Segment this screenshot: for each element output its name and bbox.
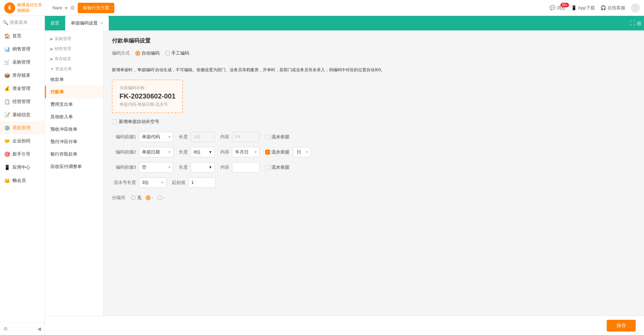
- sub-menu-item-pre-payment[interactable]: 预付冲应付单: [45, 136, 103, 148]
- tab-home[interactable]: 首页: [45, 16, 65, 30]
- settings-button[interactable]: ⚙: [70, 4, 75, 11]
- form-row-prefix2: 编码前缀2 单据日期 ▾ 长度 8位 ▾ 内容 年月日 ▾: [112, 147, 636, 157]
- app-icon: 📱: [571, 5, 577, 10]
- tab-expand-button[interactable]: ⛶: [630, 20, 635, 26]
- sub-menu-group-finance[interactable]: ▼ 资金往来: [45, 63, 103, 73]
- serial1-checkbox-row: 流水依据: [265, 134, 289, 140]
- sidebar-item-apps[interactable]: 📱 应用中心: [0, 161, 45, 174]
- separator-dot2[interactable]: ·: [157, 195, 165, 200]
- radio-auto[interactable]: 自动编码: [135, 50, 160, 56]
- sub-menu-item-payment[interactable]: 付款单: [45, 86, 103, 98]
- serial-length-select[interactable]: 3位 ▾: [139, 177, 166, 188]
- content2-chevron-icon: ▾: [255, 150, 257, 154]
- sidebar-item-sales[interactable]: 📊 销售管理: [0, 43, 45, 56]
- prefix1-label: 编码前缀1: [112, 134, 136, 140]
- length2-label: 长度: [179, 149, 188, 155]
- separator-none[interactable]: 无: [131, 195, 142, 201]
- tab-encoding-settings[interactable]: 单据编码设置 ×: [65, 16, 109, 30]
- serial-length-label: 流水号长度: [112, 179, 136, 186]
- prefix3-select[interactable]: 空 ▾: [139, 162, 173, 173]
- sub-menu-item-ar-adjust[interactable]: 应收应付调整单: [45, 160, 103, 173]
- company-name: Nare: [52, 5, 62, 10]
- guide-icon: 🎯: [4, 151, 10, 157]
- user-avatar[interactable]: [631, 3, 640, 12]
- save-button[interactable]: 保存: [607, 320, 636, 332]
- prefix1-select[interactable]: 单据代码 ▾: [139, 132, 173, 142]
- tab-pin-button[interactable]: ⊞: [637, 20, 641, 27]
- main-content: 付款单编码设置 编码方式 自动编码 手工编码: [104, 30, 644, 316]
- form-row-prefix1: 编码前缀1 单据代码 ▾ 长度 2位 内容 FK 流水依据: [112, 132, 636, 142]
- separator-options: 无 · ·: [131, 195, 165, 201]
- sidebar-nav: 🏠 首页 📊 销售管理 🛒 采购管理 📦 库存核算 💰 资金管理 📋 经: [0, 29, 45, 322]
- sub-menu-item-bank-deposit[interactable]: 银行存取款单: [45, 148, 103, 160]
- sales-icon: 📊: [4, 46, 10, 52]
- sub-menu-item-pre-receipt[interactable]: 预收冲应收单: [45, 123, 103, 136]
- partner-icon: 🤝: [4, 138, 10, 144]
- sub-menu-group-sales[interactable]: ▶ 销售管理: [45, 43, 103, 53]
- serial2-period-select[interactable]: 日 ▾: [294, 147, 311, 157]
- message-icon: 💬: [550, 5, 555, 10]
- member-icon: 👑: [4, 178, 10, 183]
- sidebar-item-member[interactable]: 👑 畅会员: [0, 174, 45, 187]
- tab-close-button[interactable]: ×: [100, 21, 103, 26]
- length3-chevron-icon: ▾: [209, 165, 212, 170]
- sidebar-search[interactable]: 🔍 搜索菜单: [0, 16, 45, 29]
- prefix2-select[interactable]: 单据日期 ▾: [139, 147, 173, 157]
- online-service-button[interactable]: 🎧 在线客服: [600, 5, 625, 11]
- logo-area: 6 畅通道好生意 旗舰版: [4, 2, 49, 13]
- prefix1-chevron-icon: ▾: [169, 135, 170, 139]
- form-row-prefix3: 编码前缀3 空 ▾ 长度 ▾ 内容: [112, 162, 636, 173]
- sidebar-settings-button[interactable]: ⚙: [3, 326, 8, 332]
- length2-chevron-icon: ▾: [209, 149, 212, 155]
- separator-dot-dot: [146, 195, 151, 200]
- stock-icon: 📦: [4, 73, 10, 78]
- content1-input: FK: [232, 132, 260, 142]
- logo-icon: 6: [4, 2, 15, 13]
- message-button[interactable]: 💬 消息 99+: [550, 5, 566, 11]
- radio-auto-dot: [135, 51, 140, 56]
- radio-manual[interactable]: 手工编码: [165, 50, 189, 56]
- company-dropdown-button[interactable]: ▾: [65, 5, 67, 11]
- app-download-button[interactable]: 📱 App下载: [571, 5, 595, 11]
- trial-button[interactable]: 体验行业方案: [78, 3, 114, 13]
- chevron-right-icon: ▶: [50, 37, 53, 41]
- sub-menu-item-expense[interactable]: 费用支出单: [45, 98, 103, 111]
- tab-bar: 首页 单据编码设置 × ⛶ ⊞: [45, 16, 644, 30]
- serial3-checkbox[interactable]: [265, 165, 270, 170]
- serial2-checkbox[interactable]: ✓: [265, 150, 270, 155]
- preview-label: 当前编码示例：: [119, 85, 175, 91]
- system-icon: ⚙️: [4, 125, 10, 131]
- encoding-label: 编码方式: [112, 50, 130, 56]
- serial1-checkbox[interactable]: [265, 134, 270, 139]
- sub-sidebar: ▶ 采购管理 ▶ 销售管理 ▶ 库存核算 ▼ 资金往来 收款单: [45, 30, 104, 316]
- sidebar-item-purchase[interactable]: 🛒 采购管理: [0, 56, 45, 69]
- sidebar-item-guide[interactable]: 🎯 新手引导: [0, 148, 45, 161]
- prefix2-chevron-icon: ▾: [169, 150, 170, 154]
- sidebar-item-home[interactable]: 🏠 首页: [0, 29, 45, 43]
- content3-label: 内容: [220, 164, 229, 170]
- content1-label: 内容: [220, 134, 229, 140]
- sidebar-bottom: ⚙ ◀: [0, 322, 45, 335]
- content3-input[interactable]: [232, 162, 260, 173]
- sub-menu-group-stock[interactable]: ▶ 库存核算: [45, 53, 103, 63]
- serial-length-row: 流水号长度 3位 ▾ 起始值 1: [112, 177, 636, 188]
- sub-menu-group-purchase[interactable]: ▶ 采购管理: [45, 33, 103, 43]
- sidebar-item-operation[interactable]: 📋 经营管理: [0, 95, 45, 108]
- sidebar-item-basic[interactable]: 📝 基础信息: [0, 108, 45, 121]
- sidebar-item-system[interactable]: ⚙️ 系统管理: [0, 121, 45, 134]
- length2-box[interactable]: 8位 ▾: [191, 147, 215, 157]
- sub-menu-item-receipt[interactable]: 收款单: [45, 73, 103, 86]
- start-value-input[interactable]: 1: [188, 177, 216, 188]
- sub-menu-item-other-income[interactable]: 其他收入单: [45, 111, 103, 123]
- sidebar-item-stock[interactable]: 📦 库存核算: [0, 69, 45, 82]
- auto-fill-checkbox[interactable]: [112, 119, 117, 124]
- length3-box[interactable]: ▾: [191, 162, 215, 173]
- sidebar-item-finance[interactable]: 💰 资金管理: [0, 82, 45, 95]
- purchase-icon: 🛒: [4, 59, 10, 65]
- sidebar-collapse-button[interactable]: ◀: [37, 326, 41, 332]
- preview-desc: 单据代码-单据日期-流水号: [119, 102, 175, 108]
- search-icon: 🔍: [3, 20, 8, 25]
- sidebar-item-partner[interactable]: 🤝 企业协同: [0, 134, 45, 148]
- separator-dot[interactable]: ·: [146, 195, 153, 200]
- content2-select[interactable]: 年月日 ▾: [232, 147, 260, 157]
